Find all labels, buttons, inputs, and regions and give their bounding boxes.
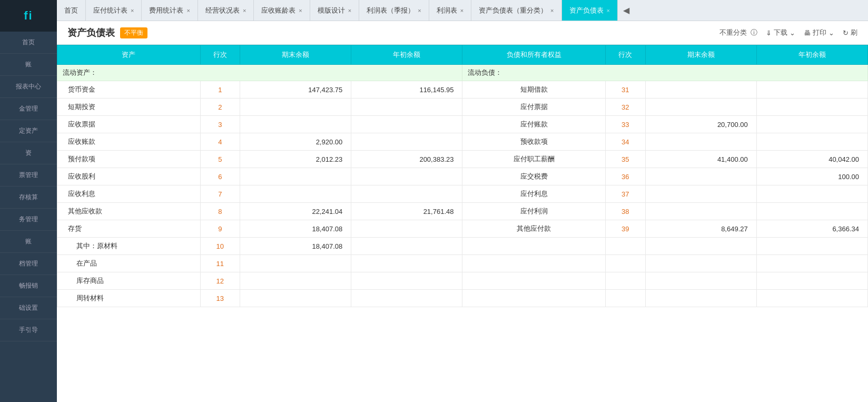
tab-receivable-aging[interactable]: 应收账龄表 ×	[254, 0, 310, 21]
tab-close-profit[interactable]: ×	[460, 7, 463, 14]
left-asset-name[interactable]: 库存商品	[57, 272, 201, 290]
left-row-num: 6	[200, 168, 240, 185]
right-liability-name[interactable]	[462, 272, 606, 290]
tab-close-expense-stats[interactable]: ×	[186, 7, 190, 14]
table-row: 其他应收款 8 22,241.04 21,761.48 应付利润 38	[57, 203, 868, 220]
tab-home[interactable]: 首页	[57, 0, 86, 21]
tab-profit-quarterly[interactable]: 利润表（季报） ×	[359, 0, 429, 21]
sidebar-item-cash-mgmt[interactable]: 金管理	[0, 98, 57, 120]
right-liability-name[interactable]: 应付利润	[462, 203, 606, 220]
tab-profit[interactable]: 利润表 ×	[429, 0, 471, 21]
tab-more-button[interactable]: ◀	[618, 0, 635, 21]
sidebar-item-basic-settings[interactable]: 础设置	[0, 297, 57, 319]
tab-close-profit-quarterly[interactable]: ×	[418, 7, 421, 14]
right-liability-name[interactable]: 应付利息	[462, 185, 606, 203]
sidebar-item-resource[interactable]: 资	[0, 142, 57, 164]
right-row-num: 38	[606, 203, 645, 220]
left-end-balance: 147,423.75	[240, 81, 351, 99]
tab-payable-stats[interactable]: 应付统计表 ×	[86, 0, 142, 21]
right-end-balance: 8,649.27	[645, 220, 756, 238]
table-area: 资产 行次 期末余额 年初余额 负债和所有者权益 行次 期末余额 年初余额 流动…	[57, 45, 868, 402]
right-begin-balance	[756, 81, 867, 99]
left-end-balance	[240, 272, 351, 290]
sidebar-item-ticket-mgmt[interactable]: 票管理	[0, 164, 57, 187]
tab-operation-status[interactable]: 经营状况表 ×	[198, 0, 254, 21]
sidebar-item-expense-report[interactable]: 畅报销	[0, 275, 57, 297]
left-asset-name[interactable]: 存货	[57, 220, 201, 238]
right-liability-name[interactable]: 应交税费	[462, 168, 606, 185]
left-begin-balance	[351, 99, 462, 116]
right-liability-name[interactable]	[462, 290, 606, 307]
right-liability-name[interactable]: 应付票据	[462, 99, 606, 116]
left-asset-name[interactable]: 货币资金	[57, 81, 201, 99]
sidebar-item-account[interactable]: 账	[0, 54, 57, 76]
right-liability-name[interactable]	[462, 255, 606, 272]
table-row: 应收票据 3 应付账款 33 20,700.00	[57, 116, 868, 133]
left-row-num: 10	[200, 238, 240, 255]
right-liability-name[interactable]: 应付职工薪酬	[462, 151, 606, 168]
right-row-num: 33	[606, 116, 645, 133]
left-asset-name[interactable]: 应收股利	[57, 168, 201, 185]
right-row-num	[606, 272, 645, 290]
sidebar-item-fixed-assets[interactable]: 定资产	[0, 120, 57, 142]
col-header-asset: 资产	[57, 45, 201, 65]
table-row: 其中：原材料 10 18,407.08	[57, 238, 868, 255]
right-end-balance	[645, 185, 756, 203]
sidebar-item-archive-mgmt[interactable]: 档管理	[0, 253, 57, 275]
right-liability-name[interactable]: 其他应付款	[462, 220, 606, 238]
table-row: 存货 9 18,407.08 其他应付款 39 8,649.27 6,366.3…	[57, 220, 868, 238]
refresh-btn[interactable]: ↻ 刷	[843, 28, 857, 37]
tab-balance-sheet[interactable]: 资产负债表 ×	[562, 0, 618, 21]
col-header-begin-balance-right: 年初余额	[756, 45, 867, 65]
left-begin-balance	[351, 255, 462, 272]
sidebar-item-report-center[interactable]: 报表中心	[0, 76, 57, 98]
sidebar-item-inventory-acct[interactable]: 存核算	[0, 187, 57, 209]
left-end-balance	[240, 290, 351, 307]
tab-close-template-design[interactable]: ×	[348, 7, 351, 14]
right-end-balance	[645, 133, 756, 151]
left-asset-name[interactable]: 预付款项	[57, 151, 201, 168]
no-reclassify-btn[interactable]: 不重分类 ⓘ	[719, 28, 757, 37]
left-row-num: 4	[200, 133, 240, 151]
right-end-balance: 41,400.00	[645, 151, 756, 168]
left-row-num: 12	[200, 272, 240, 290]
left-asset-name[interactable]: 周转材料	[57, 290, 201, 307]
right-begin-balance	[756, 116, 867, 133]
tab-template-design[interactable]: 模版设计 ×	[310, 0, 359, 21]
tab-close-payable-stats[interactable]: ×	[131, 7, 134, 14]
left-asset-name[interactable]: 应收利息	[57, 185, 201, 203]
sidebar-item-affairs-mgmt[interactable]: 务管理	[0, 209, 57, 231]
right-begin-balance: 40,042.00	[756, 151, 867, 168]
right-liability-name[interactable]: 应付账款	[462, 116, 606, 133]
sidebar-item-guide[interactable]: 手引导	[0, 319, 57, 341]
col-header-end-balance-right: 期末余额	[645, 45, 756, 65]
table-row: 应收股利 6 应交税费 36 100.00	[57, 168, 868, 185]
print-btn[interactable]: 🖶 打印 ⌄	[804, 28, 834, 37]
left-end-balance: 18,407.08	[240, 238, 351, 255]
left-asset-name[interactable]: 其他应收款	[57, 203, 201, 220]
tab-close-receivable-aging[interactable]: ×	[299, 7, 302, 14]
tab-close-balance-reclassify[interactable]: ×	[550, 7, 554, 14]
left-asset-name[interactable]: 应收票据	[57, 116, 201, 133]
left-end-balance	[240, 185, 351, 203]
refresh-icon: ↻	[843, 29, 849, 37]
tab-close-operation-status[interactable]: ×	[243, 7, 246, 14]
balance-sheet-table: 资产 行次 期末余额 年初余额 负债和所有者权益 行次 期末余额 年初余额 流动…	[57, 45, 868, 307]
sidebar-item-ledger[interactable]: 账	[0, 231, 57, 253]
table-row: 周转材料 13	[57, 290, 868, 307]
left-asset-name[interactable]: 其中：原材料	[57, 238, 201, 255]
tab-close-balance-sheet[interactable]: ×	[607, 7, 610, 14]
download-btn[interactable]: ⇓ 下载 ⌄	[766, 28, 795, 37]
sidebar-item-home[interactable]: 首页	[0, 32, 57, 54]
left-end-balance: 2,012.23	[240, 151, 351, 168]
left-asset-name[interactable]: 在产品	[57, 255, 201, 272]
right-liability-name[interactable]: 短期借款	[462, 81, 606, 99]
tab-balance-reclassify[interactable]: 资产负债表（重分类） ×	[471, 0, 561, 21]
left-row-num: 3	[200, 116, 240, 133]
left-asset-name[interactable]: 应收账款	[57, 133, 201, 151]
right-liability-name[interactable]: 预收款项	[462, 133, 606, 151]
right-liability-name[interactable]	[462, 238, 606, 255]
left-row-num: 8	[200, 203, 240, 220]
tab-expense-stats[interactable]: 费用统计表 ×	[142, 0, 198, 21]
left-asset-name[interactable]: 短期投资	[57, 99, 201, 116]
